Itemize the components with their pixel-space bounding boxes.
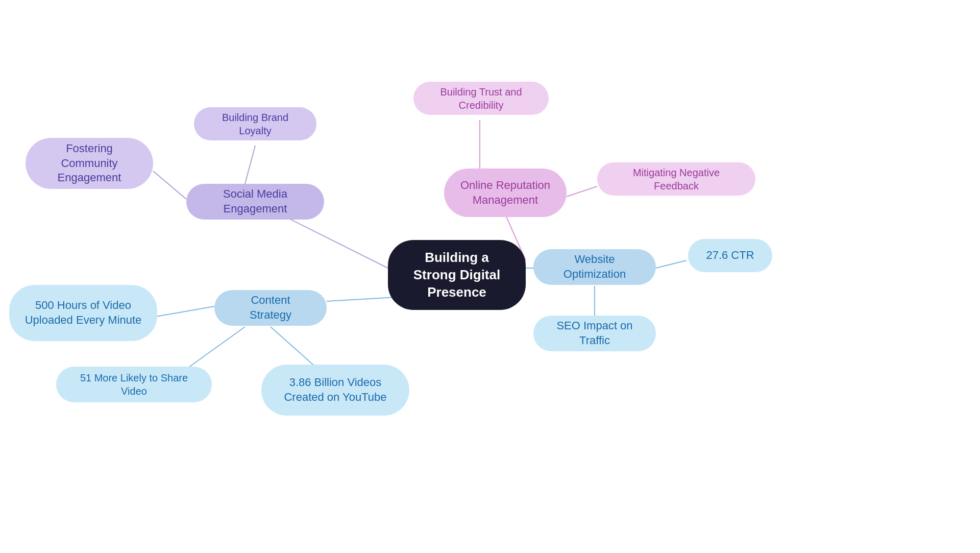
svg-line-2 <box>153 171 186 199</box>
brand-loyalty-node: Building Brand Loyalty <box>194 107 316 140</box>
mindmap-container: Building a Strong Digital Presence Socia… <box>0 0 980 553</box>
negative-feedback-node: Mitigating Negative Feedback <box>597 162 755 196</box>
trust-node: Building Trust and Credibility <box>413 82 549 115</box>
reputation-node: Online Reputation Management <box>444 169 567 217</box>
svg-line-7 <box>156 306 214 317</box>
community-node: Fostering Community Engagement <box>26 138 153 189</box>
ctr-node: 27.6 CTR <box>688 239 772 272</box>
upload-node: 500 Hours of Video Uploaded Every Minute <box>9 285 157 341</box>
center-node: Building a Strong Digital Presence <box>388 240 526 310</box>
website-node: Website Optimization <box>533 249 656 285</box>
svg-line-11 <box>656 260 687 268</box>
social-media-node: Social Media Engagement <box>186 184 324 220</box>
youtube-node: 3.86 Billion Videos Created on YouTube <box>261 365 409 416</box>
share-node: 51 More Likely to Share Video <box>56 367 212 402</box>
svg-line-1 <box>245 146 255 184</box>
svg-line-9 <box>271 327 316 368</box>
svg-line-5 <box>567 186 597 197</box>
seo-node: SEO Impact on Traffic <box>533 316 656 351</box>
content-strategy-node: Content Strategy <box>214 290 327 326</box>
